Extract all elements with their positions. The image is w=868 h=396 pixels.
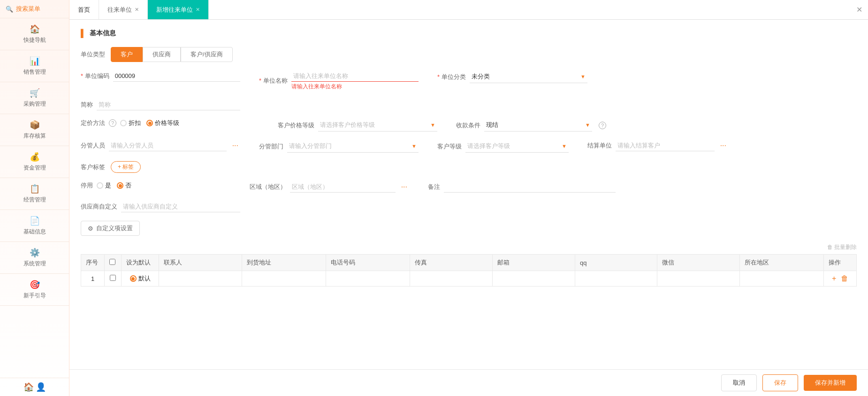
sidebar-item-inventory[interactable]: 📦 库存核算 — [0, 114, 69, 146]
row-checkbox-cell — [105, 271, 122, 287]
close-all-tabs[interactable]: ✕ — [851, 0, 868, 19]
sidebar-item-purchase[interactable]: 🛒 采购管理 — [0, 82, 69, 114]
tab-home-label: 首页 — [78, 6, 90, 14]
row-fax-input[interactable] — [415, 275, 487, 282]
customer-price-level-chevron: ▼ — [430, 122, 435, 128]
disabled-no-label: 否 — [125, 181, 131, 190]
row-delete-btn[interactable]: 🗑 — [841, 274, 848, 282]
unit-btn-customer[interactable]: 客户 — [111, 47, 143, 62]
row-contact-input[interactable] — [164, 275, 237, 282]
batch-delete-icon: 🗑 — [827, 244, 833, 250]
supplier-custom-label: 供应商自定义 — [81, 202, 117, 211]
manager-more-btn[interactable]: ··· — [230, 141, 240, 150]
sidebar-item-finance[interactable]: 💰 资金管理 — [0, 146, 69, 178]
basic-info-icon: 📄 — [30, 216, 40, 226]
row-address-input[interactable] — [247, 275, 321, 282]
unit-btn-supplier[interactable]: 供应商 — [143, 47, 181, 62]
tab-new-partner[interactable]: 新增往来单位 ✕ — [148, 0, 209, 19]
col-fax: 传真 — [410, 255, 492, 271]
purchase-label: 采购管理 — [23, 100, 46, 108]
unit-name-input[interactable] — [291, 70, 419, 82]
region-more-btn[interactable]: ··· — [399, 183, 409, 191]
unit-name-error: 请输入往来单位名称 — [291, 83, 419, 91]
disabled-radio-yes[interactable]: 是 — [97, 181, 111, 190]
guide-label: 新手引导 — [23, 292, 46, 300]
row-default-cell: 默认 — [122, 271, 159, 287]
unit-btn-both[interactable]: 客户/供应商 — [181, 47, 233, 62]
settlement-unit-input[interactable] — [616, 140, 715, 151]
sidebar-item-basic-info[interactable]: 📄 基础信息 — [0, 210, 69, 242]
row-email — [492, 271, 575, 287]
short-name-row: 简称 — [81, 99, 857, 110]
batch-delete[interactable]: 🗑 批量删除 — [81, 241, 857, 254]
row-email-input[interactable] — [497, 275, 570, 282]
basic-info-label: 基础信息 — [23, 228, 46, 236]
col-region: 所在地区 — [740, 255, 824, 271]
form-area: ▌ 基本信息 单位类型 客户 供应商 客户/供应商 单位编码 单位名称 — [69, 20, 868, 369]
row-default-radio[interactable]: 默认 — [126, 274, 154, 283]
manager-row: 分管人员 ··· 分管部门 请输入分管部门 ▼ 客户等级 请选择客户等级 ▼ 结… — [81, 140, 857, 153]
disabled-radio-no[interactable]: 否 — [117, 181, 131, 190]
row-wechat-input[interactable] — [662, 275, 735, 282]
select-all-checkbox[interactable] — [109, 259, 115, 265]
row-phone — [326, 271, 410, 287]
add-tag-button[interactable]: + 标签 — [111, 161, 141, 173]
supplier-custom-row: 供应商自定义 — [81, 201, 857, 212]
settlement-unit-more-btn[interactable]: ··· — [718, 141, 728, 150]
payment-terms-help-icon[interactable]: ? — [599, 122, 606, 129]
custom-settings-button[interactable]: ⚙ 自定义项设置 — [81, 221, 140, 236]
row-region-input[interactable] — [745, 275, 819, 282]
region-input[interactable] — [290, 181, 396, 193]
sidebar-item-system[interactable]: ⚙️ 系统管理 — [0, 242, 69, 274]
sidebar-item-operations[interactable]: 📋 经营管理 — [0, 178, 69, 210]
tab-new-partner-close[interactable]: ✕ — [196, 7, 200, 13]
sales-label: 销售管理 — [23, 68, 46, 76]
customer-level-placeholder: 请选择客户等级 — [467, 142, 560, 150]
pricing-row: 定价方法 ? 折扣 价格等级 客户价格等级 请选择客户价格等级 — [81, 119, 857, 132]
col-phone: 电话号码 — [326, 255, 410, 271]
unit-type-row: 单位类型 客户 供应商 客户/供应商 — [81, 47, 857, 62]
row-add-btn[interactable]: + — [832, 274, 836, 282]
pricing-radio-discount[interactable]: 折扣 — [120, 119, 141, 127]
row-checkbox[interactable] — [110, 275, 116, 281]
unit-name-label: 单位名称 — [259, 77, 288, 85]
pricing-label: 定价方法 — [81, 119, 105, 127]
pricing-discount-label: 折扣 — [129, 119, 141, 127]
unit-category-label: 单位分类 — [437, 73, 466, 81]
customer-level-select[interactable]: 请选择客户等级 ▼ — [465, 140, 569, 153]
table-row: 1 默认 — [81, 271, 857, 287]
unit-category-select[interactable]: 未分类 ▼ — [470, 70, 587, 83]
tab-home[interactable]: 首页 — [69, 0, 99, 19]
tab-partner-list-close[interactable]: ✕ — [135, 7, 139, 13]
remark-input[interactable] — [444, 181, 616, 193]
row-qq-input[interactable] — [580, 275, 652, 282]
col-contact: 联系人 — [159, 255, 242, 271]
sidebar-home-icon[interactable]: 🏠 — [23, 382, 34, 392]
pricing-radio-level[interactable]: 价格等级 — [146, 119, 179, 127]
sidebar-item-guide[interactable]: 🎯 新手引导 — [0, 274, 69, 306]
sidebar-item-sales[interactable]: 📊 销售管理 — [0, 50, 69, 82]
short-name-input[interactable] — [97, 99, 240, 110]
payment-terms-select[interactable]: 现结 ▼ — [484, 119, 592, 132]
pricing-help-icon[interactable]: ? — [109, 119, 116, 127]
tab-partner-list[interactable]: 往来单位 ✕ — [99, 0, 148, 19]
row-phone-input[interactable] — [331, 275, 405, 282]
add-tag-label: + 标签 — [118, 163, 134, 171]
settlement-unit-label: 结算单位 — [587, 141, 612, 150]
cancel-button[interactable]: 取消 — [721, 374, 757, 391]
search-menu[interactable]: 🔍 搜索菜单 — [0, 0, 69, 18]
pricing-radio-group: 折扣 价格等级 — [120, 119, 179, 127]
save-new-button[interactable]: 保存并新增 — [804, 375, 857, 391]
manager-input[interactable] — [109, 140, 227, 151]
department-select[interactable]: 请输入分管部门 ▼ — [287, 140, 419, 153]
unit-category-chevron: ▼ — [580, 74, 586, 79]
tab-partner-list-label: 往来单位 — [107, 6, 132, 14]
sidebar-item-quick-nav[interactable]: 🏠 快捷导航 — [0, 18, 69, 50]
unit-code-input[interactable] — [113, 70, 240, 82]
sidebar-user-icon[interactable]: 👤 — [36, 382, 46, 392]
customer-price-level-label: 客户价格等级 — [278, 121, 314, 130]
col-seq: 序号 — [81, 255, 105, 271]
save-button[interactable]: 保存 — [762, 374, 798, 391]
supplier-custom-input[interactable] — [121, 201, 240, 212]
customer-price-level-select[interactable]: 请选择客户价格等级 ▼ — [318, 119, 437, 132]
